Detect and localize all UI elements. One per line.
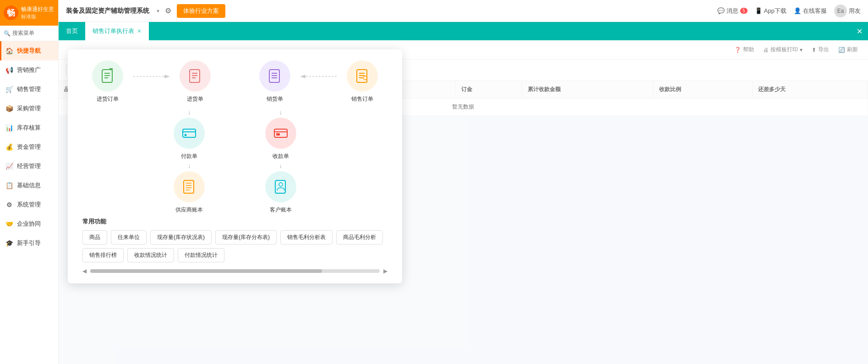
func-buttons-row2: 销售排行榜 收款情况统计 付款情况统计 [82, 248, 388, 262]
tab-close-icon[interactable]: ✕ [137, 28, 142, 34]
purchase-bill-label: 进货单 [187, 95, 203, 103]
content-area: ❓ 帮助 🖨 按模板打印 ▾ ⬆ 导出 🔄 刷新 [59, 40, 868, 364]
scroll-left-icon[interactable]: ◀ [82, 268, 87, 274]
func-btn-sales-gross[interactable]: 销售毛利分析表 [280, 230, 333, 244]
receipt-bill-label: 收款单 [273, 152, 289, 160]
sidebar-item-quick-nav[interactable]: 🏠 快捷导航 [0, 41, 58, 60]
supplier-ledger-circle [174, 171, 205, 202]
online-service-icon: 👤 [794, 7, 801, 14]
online-service-label: 在线客服 [803, 7, 827, 15]
flow-sales-order[interactable]: 销售订单 [337, 60, 388, 103]
logo-icon: 畅 [4, 5, 18, 20]
sidebar-item-label: 经营管理 [17, 162, 41, 170]
sidebar-item-basic-info[interactable]: 📋 基础信息 [0, 176, 58, 195]
svg-point-23 [185, 134, 187, 136]
system-title: 装备及固定资产辅助管理系统 [66, 7, 149, 15]
sidebar-item-label: 营销推广 [17, 66, 41, 74]
svg-marker-5 [164, 75, 170, 78]
marketing-icon: 📢 [5, 66, 13, 74]
payment-bill-label: 付款单 [181, 152, 197, 160]
header-right: 💬 消息 5 📱 App下载 👤 在线客服 Ea 用友 [717, 5, 861, 17]
header-settings-icon[interactable]: ⚙ [165, 6, 171, 15]
user-avatar: Ea [834, 5, 847, 17]
sidebar-item-enterprise[interactable]: 🤝 企业协同 [0, 214, 58, 234]
quick-nav-icon: 🏠 [5, 47, 13, 55]
svg-marker-15 [300, 75, 306, 78]
func-btn-receipt-stats[interactable]: 收款情况统计 [127, 248, 174, 262]
header-dropdown-icon[interactable]: ▾ [157, 8, 159, 14]
sidebar-item-label: 系统管理 [17, 201, 41, 209]
enterprise-icon: 🤝 [5, 220, 13, 228]
user-item[interactable]: Ea 用友 [834, 5, 861, 17]
tab-bar-close-icon[interactable]: ✕ [857, 27, 863, 36]
down-arrow-purchase: ↓ [188, 109, 191, 116]
purchase-order-circle [92, 60, 123, 92]
sidebar-item-label: 资金管理 [17, 143, 41, 151]
finance-icon: 💰 [5, 143, 13, 151]
flow-purchase-bill[interactable]: 进货单 [170, 60, 221, 103]
svg-rect-21 [183, 129, 196, 137]
app-download-icon: 📱 [755, 7, 762, 14]
sidebar-logo: 畅 畅康通好生意 标准版 [0, 0, 58, 26]
purchase-order-label: 进货订单 [97, 95, 119, 103]
svg-rect-31 [276, 133, 280, 136]
modal-box: 进货订单 进货单 [68, 49, 402, 283]
sidebar-item-label: 库存核算 [17, 124, 41, 132]
flow-supplier-ledger[interactable]: 供应商账本 [157, 171, 221, 214]
scroll-track[interactable] [90, 269, 380, 273]
down-arrow-sales: ↓ [279, 109, 282, 116]
sidebar-item-label: 基础信息 [17, 181, 41, 190]
flow-purchase-order[interactable]: 进货订单 [82, 60, 133, 103]
tab-sales-orders-label: 销售订单执行表 [93, 27, 134, 35]
sidebar-item-finance[interactable]: 💰 资金管理 [0, 137, 58, 157]
basic-info-icon: 📋 [5, 181, 13, 190]
flow-customer-ledger[interactable]: 客户账本 [249, 171, 313, 214]
flow-payment-bill[interactable]: 付款单 [157, 118, 221, 160]
experience-btn[interactable]: 体验行业方案 [177, 4, 225, 18]
func-btn-stock-dist[interactable]: 现存量(库存分布表) [215, 230, 277, 244]
sidebar-item-marketing[interactable]: 📢 营销推广 [0, 60, 58, 80]
flow-receipt-bill[interactable]: 收款单 [249, 118, 313, 160]
sidebar-item-purchase[interactable]: 📦 采购管理 [0, 99, 58, 118]
logo-text: 畅康通好生意 标准版 [21, 6, 54, 20]
supplier-ledger-label: 供应商账本 [175, 206, 203, 214]
inventory-icon: 📊 [5, 124, 13, 132]
svg-rect-24 [184, 180, 194, 193]
message-label: 消息 [726, 7, 738, 15]
tab-sales-orders[interactable]: 销售订单执行表 ✕ [85, 22, 149, 40]
customer-ledger-circle [265, 171, 296, 202]
flow-sales-bill[interactable]: 销货单 [250, 60, 300, 103]
sidebar-item-sales[interactable]: 🛒 销售管理 [0, 80, 58, 99]
payment-bill-circle [174, 118, 205, 149]
guide-icon: 🎓 [5, 239, 13, 247]
func-btn-stock-status[interactable]: 现存量(库存状况表) [150, 230, 212, 244]
sidebar-item-system[interactable]: ⚙ 系统管理 [0, 195, 58, 214]
sales-order-circle [347, 60, 378, 92]
purchase-icon: 📦 [5, 104, 13, 113]
sidebar-item-label: 快捷导航 [17, 47, 41, 55]
app-download-item[interactable]: 📱 App下载 [755, 7, 786, 15]
receipt-bill-circle [265, 118, 296, 149]
sidebar-search[interactable]: 🔍 搜索菜单 [0, 26, 58, 41]
sidebar-item-operations[interactable]: 📈 经营管理 [0, 157, 58, 176]
func-btn-goods-gross[interactable]: 商品毛利分析 [336, 230, 383, 244]
func-btn-goods[interactable]: 商品 [82, 230, 107, 244]
online-service-item[interactable]: 👤 在线客服 [794, 7, 827, 15]
func-btn-payment-stats[interactable]: 付款情况统计 [178, 248, 224, 262]
tab-home-label: 首页 [66, 27, 78, 35]
sidebar-item-label: 新手引导 [17, 239, 41, 247]
func-buttons-row1: 商品 往来单位 现存量(库存状况表) 现存量(库存分布表) 销售毛利分析表 商品… [82, 230, 388, 244]
tab-home[interactable]: 首页 [59, 22, 85, 40]
sidebar-item-inventory[interactable]: 📊 库存核算 [0, 118, 58, 137]
message-item[interactable]: 💬 消息 5 [717, 7, 748, 15]
sidebar-item-guide[interactable]: 🎓 新手引导 [0, 234, 58, 253]
down-arrow-receipt: ↓ [279, 162, 282, 169]
logo-char: 畅 [7, 7, 15, 18]
common-funcs: 常用功能 商品 往来单位 现存量(库存状况表) 现存量(库存分布表) 销售毛利分… [82, 217, 388, 262]
func-btn-contacts[interactable]: 往来单位 [111, 230, 147, 244]
app-download-label: App下载 [764, 7, 786, 15]
sidebar-nav: 🏠 快捷导航 📢 营销推广 🛒 销售管理 📦 采购管理 📊 库存核算 💰 [0, 41, 58, 364]
sales-bill-circle [259, 60, 290, 92]
scroll-right-icon[interactable]: ▶ [383, 268, 388, 274]
func-btn-sales-rank[interactable]: 销售排行榜 [82, 248, 124, 262]
